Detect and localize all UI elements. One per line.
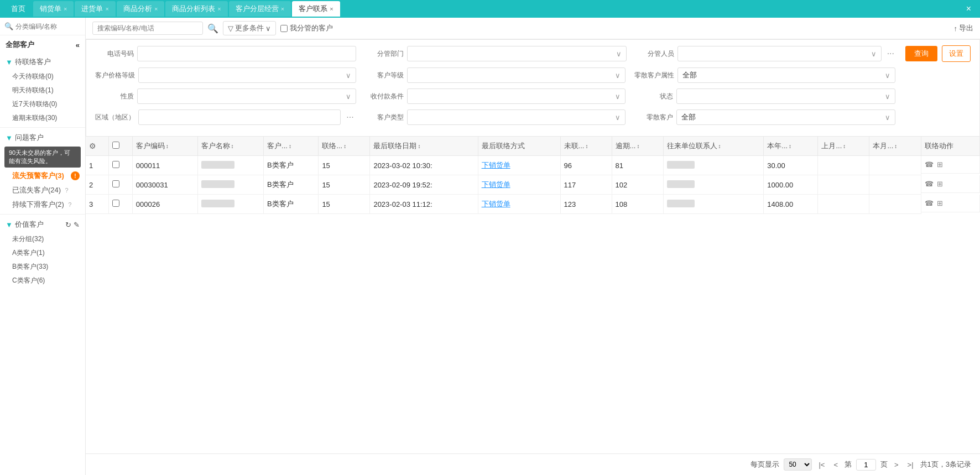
col-this-month[interactable]: 本月...↕ [869, 137, 921, 156]
query-button[interactable]: 查询 [905, 46, 937, 61]
sidebar-item-today[interactable]: 今天待联络(0) [0, 70, 85, 83]
more-conditions-btn[interactable]: ▽ 更多条件 ∨ [223, 21, 276, 35]
sidebar-all-customers[interactable]: 全部客户 « [0, 35, 85, 54]
retail-attr-select[interactable]: 全部 ∨ [677, 67, 895, 83]
dept-select[interactable]: ∨ [407, 46, 626, 61]
next-page-btn[interactable]: > [892, 460, 901, 470]
person-select[interactable]: ∨ [677, 46, 882, 61]
sidebar-item-class-c[interactable]: C类客户(6) [0, 274, 85, 288]
sidebar-section-title-problem[interactable]: ▼ 问题客户 [0, 130, 85, 145]
filter-search-input[interactable] [92, 22, 203, 35]
col-settings[interactable]: ⚙ [86, 137, 109, 156]
refresh-icon[interactable]: ↻ [65, 221, 71, 229]
select-all-checkbox[interactable] [112, 142, 119, 149]
filter-icon: ▽ [228, 24, 233, 33]
close-tab-purchase[interactable]: × [105, 6, 108, 12]
sidebar-item-unclassified[interactable]: 未分组(32) [0, 232, 85, 246]
settings-button[interactable]: 设置 [942, 45, 971, 62]
sidebar-search-input[interactable] [15, 23, 86, 30]
close-tab-customer-contact[interactable]: × [330, 6, 333, 12]
col-last-contact-date[interactable]: 最后联络日期↕ [370, 137, 478, 156]
retail-select[interactable]: 全部 ∨ [676, 109, 895, 125]
cell-action[interactable]: ☎ ⊞ [921, 175, 980, 193]
col-contact[interactable]: 联络...↕ [319, 137, 370, 156]
search-button[interactable]: 🔍 [207, 23, 218, 34]
cell-this-month [869, 195, 921, 214]
more-action-icon[interactable]: ⊞ [937, 160, 943, 169]
region-select[interactable] [138, 109, 341, 125]
col-customer-type[interactable]: 客户...↕ [264, 137, 319, 156]
contact-icon[interactable]: ☎ [925, 199, 934, 207]
close-tab-sales[interactable]: × [64, 6, 67, 12]
sidebar-section-pending: ▼ 待联络客户 今天待联络(0) 明天待联络(1) 近7天待联络(0) 逾期未联… [0, 54, 85, 125]
nav-tab-analysis-list[interactable]: 商品分析列表 × [165, 1, 227, 17]
cell-index: 1 [86, 156, 109, 175]
page-input[interactable] [856, 459, 876, 471]
nav-tab-sales[interactable]: 销货单 × [33, 1, 74, 17]
prev-page-btn[interactable]: < [831, 460, 840, 470]
more-dots-person[interactable]: ··· [885, 49, 896, 59]
col-unit-contact[interactable]: 往来单位联系人↕ [663, 137, 764, 156]
close-tab-analysis-list[interactable]: × [217, 6, 221, 12]
cell-action[interactable]: ☎ ⊞ [921, 156, 980, 174]
my-customers-label[interactable]: 我分管的客户 [280, 23, 333, 33]
table-row: 2 00030031 B类客户 15 2023-02-09 19:52: 下销货… [86, 175, 980, 195]
cell-checkbox[interactable] [109, 195, 133, 214]
col-last-month[interactable]: 上月...↕ [818, 137, 869, 156]
contact-icon[interactable]: ☎ [925, 160, 934, 169]
col-this-year[interactable]: 本年...↕ [764, 137, 818, 156]
sidebar-item-class-b[interactable]: B类客户(33) [0, 260, 85, 274]
nav-tab-purchase[interactable]: 进货单 × [75, 1, 115, 17]
sidebar-item-declining[interactable]: 持续下滑客户(2) ? [0, 197, 85, 212]
col-customer-code[interactable]: 客户编码↕ [132, 137, 197, 156]
more-action-icon[interactable]: ⊞ [937, 199, 943, 207]
sidebar-item-7days[interactable]: 近7天待联络(0) [0, 97, 85, 111]
col-overdue[interactable]: 逾期...↕ [612, 137, 663, 156]
cell-checkbox[interactable] [109, 175, 133, 195]
nav-tab-customer-contact[interactable]: 客户联系 × [292, 1, 340, 17]
nature-select[interactable]: ∨ [137, 88, 356, 104]
cell-last-method[interactable]: 下销货单 [478, 175, 560, 195]
payment-select[interactable]: ∨ [407, 88, 626, 104]
nav-tab-analysis[interactable]: 商品分析 × [117, 1, 164, 17]
cell-last-method[interactable]: 下销货单 [478, 156, 560, 175]
edit-icon[interactable]: ✎ [74, 221, 80, 229]
cell-checkbox[interactable] [109, 156, 133, 175]
nav-tab-customer-tier[interactable]: 客户分层经营 × [229, 1, 291, 17]
customer-type-select[interactable]: ∨ [407, 109, 626, 125]
col-uncontacted[interactable]: 未联...↕ [560, 137, 612, 156]
sidebar-item-churned[interactable]: 已流失客户(24) ? [0, 183, 85, 197]
first-page-btn[interactable]: |< [816, 460, 827, 470]
status-select[interactable]: ∨ [676, 88, 895, 104]
close-all-tabs[interactable]: × [962, 4, 976, 14]
settings-icon[interactable]: ⚙ [89, 142, 96, 150]
last-page-btn[interactable]: >| [905, 460, 916, 470]
cell-last-date: 2023-02-09 19:52: [370, 175, 478, 195]
more-action-icon[interactable]: ⊞ [937, 180, 943, 188]
sidebar-item-class-a[interactable]: A类客户(1) [0, 246, 85, 260]
sidebar-section-title-value[interactable]: ▼ 价值客户 ↻ ✎ [0, 217, 85, 232]
close-tab-analysis[interactable]: × [154, 6, 158, 12]
export-btn[interactable]: ↑ 导出 [954, 23, 974, 33]
col-last-contact-method[interactable]: 最后联络方式 [478, 137, 560, 156]
per-page-select[interactable]: 50 100 200 [784, 458, 812, 471]
contact-icon[interactable]: ☎ [925, 180, 934, 188]
customer-level-select[interactable]: ∨ [407, 67, 626, 83]
cell-contact: 15 [319, 175, 370, 195]
sidebar-item-overdue[interactable]: 逾期未联络(30) [0, 111, 85, 125]
collapse-icon: « [76, 41, 80, 49]
sidebar-item-tomorrow[interactable]: 明天待联络(1) [0, 83, 85, 97]
close-tab-customer-tier[interactable]: × [281, 6, 284, 12]
sidebar-item-churn-warning[interactable]: 流失预警客户(3) ! [0, 169, 85, 183]
horizontal-scrollbar[interactable] [86, 447, 980, 453]
col-checkbox[interactable] [109, 137, 133, 156]
price-level-select[interactable]: ∨ [138, 67, 356, 83]
my-customers-checkbox[interactable] [280, 25, 288, 32]
cell-action[interactable]: ☎ ⊞ [921, 195, 980, 212]
cell-last-method[interactable]: 下销货单 [478, 195, 560, 214]
phone-input[interactable] [137, 46, 356, 61]
sidebar-section-title-pending[interactable]: ▼ 待联络客户 [0, 54, 85, 70]
nav-home[interactable]: 首页 [4, 2, 32, 16]
col-customer-name[interactable]: 客户名称↕ [197, 137, 263, 156]
more-dots-region[interactable]: ··· [344, 112, 356, 122]
